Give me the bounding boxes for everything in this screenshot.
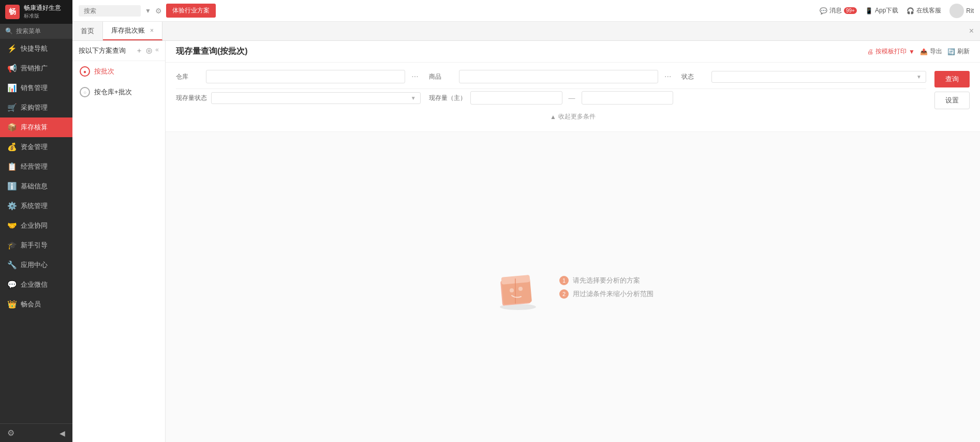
sidebar-item-label: 基础信息 — [21, 182, 48, 191]
sidebar-item-label: 快捷导航 — [21, 44, 48, 53]
inventory-qty-to[interactable] — [582, 91, 674, 105]
sidebar-item-management[interactable]: 📋 经营管理 — [0, 157, 72, 176]
tab-close-icon[interactable]: × — [150, 27, 154, 34]
topbar-dropdown-arrow[interactable]: ▼ — [145, 7, 151, 14]
panel-close-button[interactable]: × — [963, 22, 980, 40]
print-label: 按模板打印 — [875, 47, 907, 56]
sidebar-item-marketing[interactable]: 📢 营销推广 — [0, 58, 72, 78]
left-panel: 按以下方案查询 ＋ ◎ « ● 按批次 ○ 按仓库+批次 — [72, 41, 166, 442]
plan-item-warehouse-batch[interactable]: ○ 按仓库+批次 — [72, 82, 165, 102]
left-panel-icons: ＋ ◎ « — [136, 46, 159, 55]
topbar-gear-icon[interactable]: ⚙ — [155, 7, 162, 15]
print-dropdown-arrow[interactable]: ▼ — [909, 48, 915, 55]
main-area: ▼ ⚙ 体验行业方案 💬 消息 99+ 📱 App下载 🎧 在线客服 Rit — [72, 0, 980, 442]
basics-icon: ℹ️ — [7, 182, 17, 191]
sidebar-item-finance[interactable]: 💰 资金管理 — [0, 137, 72, 157]
user-avatar — [949, 4, 964, 18]
page-title: 现存量查询(按批次) — [176, 46, 248, 57]
system-icon: ⚙️ — [7, 201, 17, 211]
phone-icon: 📱 — [865, 7, 873, 14]
export-label: 导出 — [930, 47, 942, 56]
collapse-icon: ▲ — [550, 113, 556, 121]
inventory-qty-from[interactable] — [470, 91, 562, 105]
sidebar-item-inventory[interactable]: 📦 库存核算 — [0, 117, 72, 137]
sidebar-item-sales[interactable]: 📊 销售管理 — [0, 78, 72, 98]
tab-inventory-batch-label: 库存批次账 — [111, 26, 145, 35]
online-service-item[interactable]: 🎧 在线客服 — [907, 6, 941, 15]
sidebar-item-label: 新手引导 — [21, 241, 48, 250]
status-select-arrow: ▼ — [916, 74, 922, 80]
sidebar-item-label: 经营管理 — [21, 162, 48, 171]
status-select[interactable]: ▼ — [711, 71, 926, 83]
app-download-item[interactable]: 📱 App下载 — [865, 6, 898, 15]
page-header-actions: 🖨 按模板打印 ▼ 📤 导出 🔄 刷新 — [867, 47, 970, 56]
print-button[interactable]: 🖨 按模板打印 ▼ — [867, 47, 915, 56]
inventory-status-select[interactable]: ▼ — [211, 92, 421, 104]
sidebar-item-label: 应用中心 — [21, 260, 48, 270]
collapse-panel-icon[interactable]: « — [155, 46, 159, 55]
query-button[interactable]: 查询 — [934, 71, 970, 87]
sidebar-item-purchase[interactable]: 🛒 采购管理 — [0, 98, 72, 117]
inventory-status-filter: 现存量状态 ▼ — [176, 92, 421, 104]
collapse-more-button[interactable]: ▲ 收起更多条件 — [176, 109, 970, 124]
app-subtitle: 标准版 — [24, 12, 61, 20]
sidebar-item-apps[interactable]: 🔧 应用中心 — [0, 255, 72, 275]
tip2-number: 2 — [559, 289, 569, 299]
right-main: 现存量查询(按批次) 🖨 按模板打印 ▼ 📤 导出 🔄 刷新 — [166, 41, 980, 442]
tab-home[interactable]: 首页 — [72, 22, 103, 40]
sidebar-item-basics[interactable]: ℹ️ 基础信息 — [0, 176, 72, 196]
experience-button[interactable]: 体验行业方案 — [166, 4, 216, 18]
user-profile[interactable]: Rit — [949, 4, 974, 18]
add-plan-icon[interactable]: ＋ — [136, 46, 143, 55]
warehouse-input[interactable] — [206, 70, 405, 83]
collapse-sidebar-icon[interactable]: ◀ — [60, 429, 65, 437]
settings-button[interactable]: 设置 — [934, 92, 970, 109]
sidebar-item-label: 畅会员 — [21, 300, 41, 309]
topbar: ▼ ⚙ 体验行业方案 💬 消息 99+ 📱 App下载 🎧 在线客服 Rit — [72, 0, 980, 22]
settings-footer-icon[interactable]: ⚙ — [7, 428, 14, 438]
sidebar-item-guide[interactable]: 🎓 新手引导 — [0, 235, 72, 255]
sidebar-item-member[interactable]: 👑 畅会员 — [0, 294, 72, 314]
plan-item-batch[interactable]: ● 按批次 — [72, 61, 165, 82]
sidebar-item-system[interactable]: ⚙️ 系统管理 — [0, 196, 72, 216]
filter-actions: 查询 设置 — [926, 70, 970, 109]
refresh-button[interactable]: 🔄 刷新 — [947, 47, 970, 56]
status-filter: 状态 ▼ — [681, 71, 926, 83]
product-label: 商品 — [429, 72, 455, 81]
product-dots[interactable]: ··· — [662, 72, 673, 81]
product-input[interactable] — [459, 70, 658, 83]
sidebar-item-enterprise[interactable]: 🤝 企业协同 — [0, 216, 72, 235]
member-icon: 👑 — [7, 300, 17, 309]
product-filter: 商品 ··· — [429, 70, 674, 83]
empty-tips: 1 请先选择要分析的方案 2 用过滤条件来缩小分析范围 — [559, 276, 654, 299]
topbar-right: 💬 消息 99+ 📱 App下载 🎧 在线客服 Rit — [820, 4, 974, 18]
svg-point-5 — [510, 288, 514, 292]
messages-item[interactable]: 💬 消息 99+ — [820, 6, 857, 15]
inventory-status-arrow: ▼ — [411, 95, 416, 101]
filter-row-2: 现存量状态 ▼ 现存量（主） — — [176, 91, 926, 105]
warehouse-label: 仓库 — [176, 72, 202, 81]
sidebar-search[interactable]: 🔍 搜索菜单 — [0, 24, 72, 39]
warehouse-dots[interactable]: ··· — [409, 72, 420, 81]
plan-warehouse-icon: ○ — [80, 87, 90, 97]
empty-state: 1 请先选择要分析的方案 2 用过滤条件来缩小分析范围 — [166, 132, 980, 442]
topbar-search-input[interactable] — [79, 5, 141, 17]
topbar-left: ▼ ⚙ 体验行业方案 — [79, 4, 815, 18]
empty-illustration — [492, 261, 544, 313]
plan-batch-icon: ● — [80, 66, 90, 77]
sidebar-item-wechat[interactable]: 💬 企业微信 — [0, 275, 72, 294]
tip1-text: 请先选择要分析的方案 — [573, 276, 640, 285]
app-logo: 畅 — [5, 5, 20, 19]
sidebar-item-label: 采购管理 — [21, 103, 48, 112]
marketing-icon: 📢 — [7, 64, 17, 73]
sidebar-item-quick-nav[interactable]: ⚡ 快捷导航 — [0, 39, 72, 58]
export-button[interactable]: 📤 导出 — [920, 47, 942, 56]
app-download-label: App下载 — [875, 6, 898, 15]
tab-inventory-batch[interactable]: 库存批次账 × — [103, 22, 162, 40]
sidebar-item-label: 系统管理 — [21, 201, 48, 211]
tip1-number: 1 — [559, 276, 569, 285]
sidebar-footer: ⚙ ◀ — [0, 423, 72, 442]
settings-plan-icon[interactable]: ◎ — [146, 46, 152, 55]
sidebar-item-label: 库存核算 — [21, 123, 48, 132]
export-icon: 📤 — [920, 48, 928, 55]
